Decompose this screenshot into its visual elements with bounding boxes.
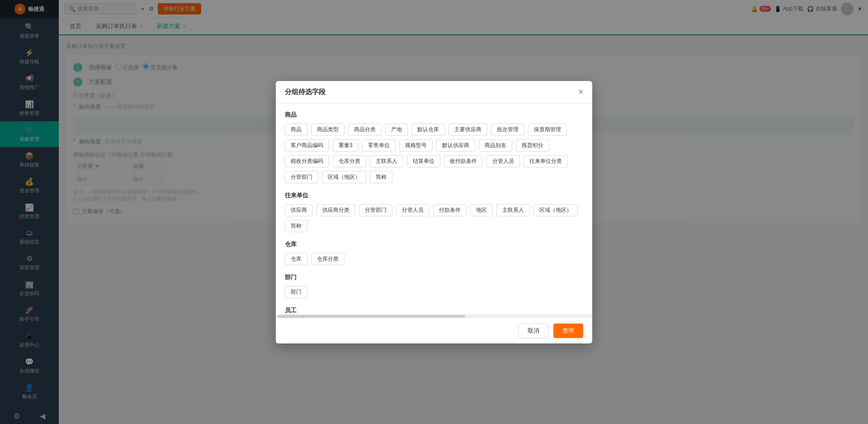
field-tag[interactable]: 默认供应商 <box>436 139 475 152</box>
field-tag[interactable]: 主要供应商 <box>448 124 487 136</box>
section-title-employee: 员工 <box>285 306 583 314</box>
field-tag[interactable]: 规格型号 <box>399 139 433 152</box>
field-tag[interactable]: 零售单位 <box>362 139 396 152</box>
modal-title: 分组待选字段 <box>285 88 326 96</box>
field-tags-department: 部门 <box>285 286 583 298</box>
field-tags-product: 商品商品类型商品分类产地默认仓库主要供应商批次管理保质期管理客户商品编码重量3零… <box>285 124 583 183</box>
field-tag[interactable]: 供应商分类 <box>316 204 355 216</box>
field-tags-warehouse: 仓库仓库分类 <box>285 253 583 265</box>
field-tag[interactable]: 保质期管理 <box>528 124 567 136</box>
modal-overlay: 分组待选字段 × 商品商品商品类型商品分类产地默认仓库主要供应商批次管理保质期管… <box>0 0 868 424</box>
section-title-partner: 往来单位 <box>285 191 583 200</box>
field-tag[interactable]: 分管人员 <box>396 204 429 216</box>
modal: 分组待选字段 × 商品商品商品类型商品分类产地默认仓库主要供应商批次管理保质期管… <box>276 81 592 343</box>
section-title-department: 部门 <box>285 273 583 281</box>
field-tag[interactable]: 结算单位 <box>407 155 440 167</box>
field-tag[interactable]: 商品分类 <box>348 124 382 136</box>
field-tag[interactable]: 商品 <box>285 124 307 136</box>
modal-body: 商品商品商品类型商品分类产地默认仓库主要供应商批次管理保质期管理客户商品编码重量… <box>276 104 592 314</box>
field-tag[interactable]: 默认仓库 <box>411 124 445 136</box>
field-tag[interactable]: 仓库 <box>285 253 307 265</box>
field-tag[interactable]: 商品类型 <box>311 124 344 136</box>
field-tag[interactable]: 批次管理 <box>491 124 524 136</box>
field-tag[interactable]: 简称 <box>285 220 307 232</box>
section-title-product: 商品 <box>285 111 583 119</box>
field-tag[interactable]: 主联系人 <box>496 204 530 216</box>
field-tag[interactable]: 仓库分类 <box>333 155 366 167</box>
confirm-button[interactable]: 查询 <box>553 324 583 338</box>
modal-header: 分组待选字段 × <box>276 81 592 104</box>
field-section-employee: 员工业务员 <box>285 306 583 314</box>
field-tag[interactable]: 分管人员 <box>486 155 520 167</box>
field-section-product: 商品商品商品类型商品分类产地默认仓库主要供应商批次管理保质期管理客户商品编码重量… <box>285 111 583 183</box>
field-tag[interactable]: 地区 <box>470 204 493 216</box>
field-tag[interactable]: 客户商品编码 <box>285 139 329 152</box>
modal-close-btn[interactable]: × <box>578 87 583 97</box>
cancel-button[interactable]: 取消 <box>518 324 549 338</box>
field-tag[interactable]: 拣货积分 <box>516 139 549 152</box>
field-tag[interactable]: 商品别名 <box>479 139 512 152</box>
field-tag[interactable]: 税收分类编码 <box>285 155 329 167</box>
field-tags-partner: 供应商供应商分类分管部门分管人员付款条件地区主联系人区域（地区）简称 <box>285 204 583 232</box>
field-tag[interactable]: 区域（地区） <box>322 171 366 183</box>
field-section-partner: 往来单位供应商供应商分类分管部门分管人员付款条件地区主联系人区域（地区）简称 <box>285 191 583 232</box>
field-tag[interactable]: 付款条件 <box>433 204 467 216</box>
modal-footer: 取消 查询 <box>276 318 592 343</box>
field-tag[interactable]: 分管部门 <box>359 204 392 216</box>
field-tag[interactable]: 往来单位分类 <box>524 155 568 167</box>
modal-hscroll <box>276 314 592 318</box>
field-section-warehouse: 仓库仓库仓库分类 <box>285 240 583 265</box>
field-tag[interactable]: 重量3 <box>333 139 359 152</box>
field-tag[interactable]: 区域（地区） <box>533 204 578 216</box>
field-tag[interactable]: 简称 <box>370 171 392 183</box>
field-tag[interactable]: 分管部门 <box>285 171 318 183</box>
field-tag[interactable]: 产地 <box>385 124 408 136</box>
field-section-department: 部门部门 <box>285 273 583 298</box>
field-tag[interactable]: 仓库分类 <box>311 253 344 265</box>
field-tag[interactable]: 部门 <box>285 286 307 298</box>
field-tag[interactable]: 主联系人 <box>370 155 403 167</box>
section-title-warehouse: 仓库 <box>285 240 583 248</box>
field-tag[interactable]: 收付款条件 <box>444 155 483 167</box>
field-tag[interactable]: 供应商 <box>285 204 313 216</box>
